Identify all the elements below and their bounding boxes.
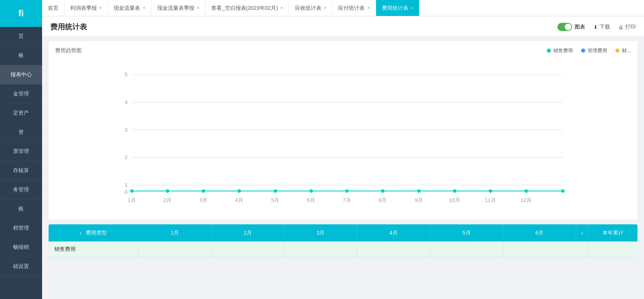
sidebar-item-expense[interactable]: 畅报销 [0,238,42,257]
sidebar-item-archive[interactable]: 档管理 [0,219,42,238]
svg-point-23 [489,189,492,193]
svg-point-14 [166,189,169,193]
sidebar-item-invoice[interactable]: 票管理 [0,142,42,161]
chart-header: 费用趋势图 销售费用 管理费用 财... [55,47,631,54]
legend-dot-admin [581,49,585,53]
close-icon[interactable]: × [197,6,199,10]
legend-label-sales: 销售费用 [553,47,573,54]
legend-finance: 财... [615,47,631,54]
main-content: 首页 利润表季报 × 现金流量表 × 现金流量表季报 × 查看_空白报表(202… [42,0,644,299]
sidebar-item-ledger[interactable]: 账 [0,199,42,219]
close-icon[interactable]: × [411,6,413,10]
chart-legend: 销售费用 管理费用 财... [547,47,631,54]
sidebar-item-account[interactable]: 账 [0,46,42,65]
sidebar-item-inventory[interactable]: 存核算 [0,161,42,180]
row-m5 [430,241,504,257]
col-m5: 5月 [430,224,504,241]
header-actions: 图表 ⬇ 下载 🖨 打印 [557,23,636,31]
next-arrow-icon[interactable]: › [581,230,583,236]
chart-toggle-wrap: 图表 [557,23,585,31]
svg-text:5月: 5月 [271,197,279,203]
legend-label-admin: 管理费用 [588,47,607,54]
col-type: ‹ 费用类型 [49,224,138,241]
download-button[interactable]: ⬇ 下载 [593,23,610,31]
close-icon[interactable]: × [143,6,145,10]
row-type-label: 销售费用 [49,241,138,257]
row-nav [576,241,588,257]
sidebar-item-reports[interactable]: 报表中心 [0,65,42,84]
close-icon[interactable]: × [367,6,370,10]
row-m3 [284,241,357,257]
svg-text:5: 5 [125,72,127,78]
svg-text:11月: 11月 [485,197,496,203]
tab-cashflow-quarterly[interactable]: 现金流量表季报 × [152,0,205,16]
row-m1 [138,241,212,257]
legend-label-finance: 财... [622,47,631,54]
svg-text:7月: 7月 [343,197,351,203]
sidebar-item-cash[interactable]: 金管理 [0,84,42,104]
svg-point-25 [561,189,564,193]
svg-text:8月: 8月 [379,197,387,203]
svg-point-16 [237,189,241,193]
tab-cashflow[interactable]: 现金流量表 × [108,0,151,16]
svg-text:2: 2 [125,155,127,160]
svg-point-21 [417,189,421,193]
svg-text:1月: 1月 [128,197,136,203]
chart-section: 费用趋势图 销售费用 管理费用 财... [49,41,637,219]
tab-payable[interactable]: 应付统计表 × [332,0,376,16]
svg-text:4: 4 [125,100,127,105]
svg-text:12月: 12月 [521,197,532,203]
legend-admin: 管理费用 [581,47,607,54]
toggle-label: 图表 [575,23,585,31]
row-m4 [357,241,430,257]
svg-text:9月: 9月 [415,197,423,203]
svg-text:0: 0 [125,189,127,195]
sidebar-item-settings[interactable]: 础设置 [0,257,42,276]
sidebar-item-assets[interactable]: 定资产 [0,104,42,123]
row-m2 [212,241,285,257]
row-m6 [503,241,576,257]
close-icon[interactable]: × [281,6,283,10]
tab-home[interactable]: 首页 [42,0,65,16]
svg-text:1: 1 [125,182,127,188]
sidebar: fi 页 账 报表中心 金管理 定资产 资 票管理 存核算 务管理 账 档管理 … [0,0,42,299]
svg-point-17 [274,189,277,193]
svg-text:2月: 2月 [163,197,172,203]
legend-dot-finance [615,49,619,53]
tab-blank-report[interactable]: 查看_空白报表(2023年02月) × [205,0,289,16]
svg-text:6月: 6月 [307,197,315,203]
col-nav-next[interactable]: › [576,224,588,241]
legend-sales: 销售费用 [547,47,573,54]
prev-arrow[interactable]: ‹ [80,230,81,236]
col-m4: 4月 [357,224,430,241]
line-chart: 5 4 3 2 1 0 1月 2月 [55,58,631,213]
row-total [588,241,637,257]
table-row: 销售费用 [49,241,637,257]
svg-text:10月: 10月 [449,197,460,203]
close-icon[interactable]: × [324,6,326,10]
svg-text:3: 3 [125,127,127,133]
sidebar-item-capital[interactable]: 资 [0,123,42,142]
tab-profit-quarterly[interactable]: 利润表季报 × [65,0,108,16]
print-icon: 🖨 [618,24,624,30]
col-m3: 3月 [284,224,357,241]
tab-receivable[interactable]: 应收统计表 × [289,0,332,16]
tab-expense-stats[interactable]: 费用统计表 × [376,0,419,16]
print-button[interactable]: 🖨 打印 [618,23,636,31]
svg-text:4月: 4月 [235,197,243,203]
chart-title: 费用趋势图 [55,47,82,54]
svg-point-18 [310,189,313,193]
sidebar-item-service[interactable]: 务管理 [0,180,42,199]
expense-table: ‹ 费用类型 1月 2月 3月 4月 5月 6月 › 本年累计 销售费用 [49,224,637,257]
svg-point-13 [130,189,134,193]
svg-point-19 [345,189,348,193]
svg-point-15 [202,189,205,193]
page-title: 费用统计表 [50,22,87,32]
legend-dot-sales [547,49,551,53]
svg-point-24 [524,189,528,193]
col-total: 本年累计 [588,224,637,241]
chart-toggle[interactable] [557,23,572,31]
sidebar-item-home[interactable]: 页 [0,27,42,46]
close-icon[interactable]: × [99,6,102,10]
svg-point-20 [381,189,384,193]
